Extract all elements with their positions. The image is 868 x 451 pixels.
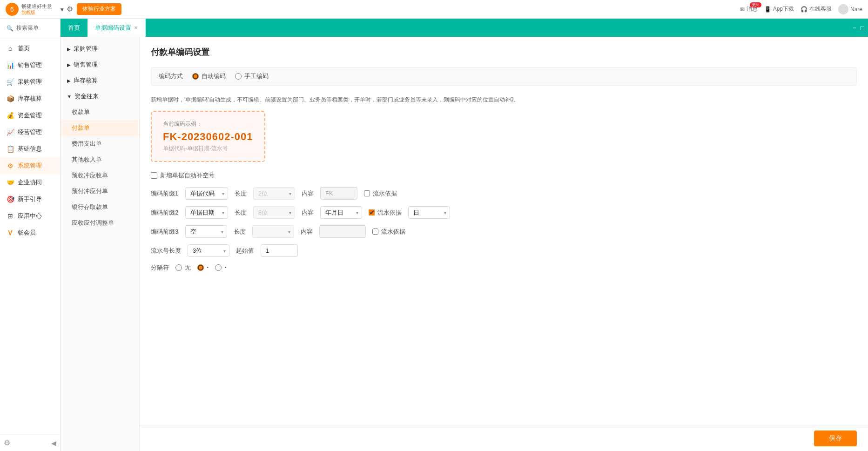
sidebar-item-purchase[interactable]: 🛒 采购管理 [0, 74, 60, 90]
main-layout: 🔍 搜索菜单 ⌂ 首页 📊 销售管理 🛒 采购管理 📦 库存核算 💰 [0, 19, 868, 451]
basic-icon: 📋 [7, 145, 14, 153]
sidebar-bottom: ⚙ ◀ [0, 434, 60, 451]
start-value-label: 起始值 [236, 247, 254, 255]
tab-minimize-icon[interactable]: － [851, 24, 858, 32]
prefix3-serial-check[interactable] [372, 229, 378, 235]
prefix3-serial-checkbox[interactable]: 流水依据 [372, 228, 405, 236]
user-info[interactable]: Nare [838, 4, 862, 14]
operation-icon: 📈 [7, 128, 14, 136]
prefix2-serial-checkbox[interactable]: 流水依据 [369, 209, 402, 217]
tab-close-icon[interactable]: ✕ [134, 25, 138, 30]
auto-encoding-radio[interactable]: 自动编码 [192, 72, 226, 81]
prefix1-length-select[interactable]: 2位 [253, 187, 295, 200]
sidebar-item-guide[interactable]: 🎯 新手引导 [0, 191, 60, 208]
prefix2-length-label: 长度 [235, 209, 247, 217]
sub-menu-title-purchase[interactable]: ▶ 采购管理 [61, 41, 139, 57]
sub-menu-sales: ▶ 销售管理 [61, 57, 139, 73]
sub-menu-item-receipt[interactable]: 收款单 [61, 104, 139, 120]
sidebar-item-home[interactable]: ⌂ 首页 [0, 40, 60, 57]
prefix1-serial-check[interactable] [364, 190, 370, 196]
sidebar-item-finance[interactable]: 💰 资金管理 [0, 107, 60, 124]
serial-length-label: 流水号长度 [151, 247, 181, 255]
sub-sidebar: ▶ 采购管理 ▶ 销售管理 ▶ 库存核算 [61, 37, 140, 451]
prefix3-select[interactable]: 空 [185, 225, 227, 238]
member-icon: V [7, 229, 14, 236]
system-icon: ⚙ [7, 162, 14, 169]
auto-fill-checkbox[interactable] [151, 172, 157, 179]
sub-menu-title-sales[interactable]: ▶ 销售管理 [61, 57, 139, 73]
page-title: 付款单编码设置 [151, 47, 857, 58]
app-download-btn[interactable]: 📱 App下载 [764, 5, 794, 13]
topbar-left: 6 畅捷通好生意 旗舰版 ▾ ⚙ 体验行业方案 [6, 3, 121, 16]
prefix2-serial-check[interactable] [369, 209, 375, 215]
prefix1-content-input[interactable] [320, 187, 357, 200]
sub-menu-item-advance-offset[interactable]: 预付冲应付单 [61, 183, 139, 199]
sidebar-settings-icon[interactable]: ⚙ [4, 438, 10, 447]
search-menu-btn[interactable]: 🔍 搜索菜单 [4, 22, 56, 34]
prefix2-select[interactable]: 单据日期 [185, 206, 228, 219]
bottom-bar: 保存 [140, 425, 868, 451]
prefix3-select-wrapper: 空 [185, 225, 227, 238]
main-content: 付款单编码设置 编码方式 自动编码 手工编码 [140, 37, 868, 425]
message-btn[interactable]: ✉ 消息 99+ [740, 5, 758, 13]
tab-encoding-settings[interactable]: 单据编码设置 ✕ [87, 19, 146, 37]
settings-icon[interactable]: ⚙ [67, 5, 73, 13]
prefix2-length-wrapper: 8位 [253, 206, 295, 219]
prefix2-row: 编码前缀2 单据日期 长度 8位 内容 [151, 206, 857, 219]
logo: 6 畅捷通好生意 旗舰版 [6, 3, 52, 16]
search-icon: 🔍 [7, 25, 13, 32]
sidebar-item-apps[interactable]: ⊞ 应用中心 [0, 208, 60, 224]
sub-menu-title-inventory[interactable]: ▶ 库存核算 [61, 73, 139, 88]
auto-fill-checkbox-row[interactable]: 新增单据自动补空号 [151, 171, 857, 180]
sidebar-collapse-icon[interactable]: ◀ [51, 439, 56, 447]
sidebar-item-basic[interactable]: 📋 基础信息 [0, 141, 60, 157]
separator-dot2-radio[interactable]: · [215, 263, 226, 272]
sidebar-item-inventory[interactable]: 📦 库存核算 [0, 90, 60, 107]
prefix3-row: 编码前缀3 空 长度 内容 [151, 225, 857, 238]
industry-btn[interactable]: 体验行业方案 [77, 3, 121, 15]
notice-text: 新增单据时，'单据编码'自动生成，不可编辑。前缀设置为部门、业务员等档案类，开单… [151, 95, 857, 104]
prefix2-date-select[interactable]: 日 [408, 206, 450, 219]
encoding-radio-group: 编码方式 自动编码 手工编码 [151, 67, 857, 86]
serial-length-select[interactable]: 3位 [188, 244, 229, 257]
sub-menu-item-bank[interactable]: 银行存取款单 [61, 199, 139, 215]
save-button[interactable]: 保存 [814, 431, 857, 446]
nav-dropdown[interactable]: ▾ [61, 6, 64, 13]
sub-menu-fund: ▼ 资金往来 收款单 付款单 费用支出单 其他收入单 预收冲应收单 预付冲应付单… [61, 88, 139, 231]
sub-menu-item-prepay-offset[interactable]: 预收冲应收单 [61, 168, 139, 183]
sub-menu-title-fund[interactable]: ▼ 资金往来 [61, 88, 139, 104]
prefix3-length-select[interactable] [252, 225, 294, 238]
code-preview-desc: 单据代码-单据日期-流水号 [163, 145, 253, 153]
start-value-input[interactable] [261, 244, 298, 257]
serial-row: 流水号长度 3位 起始值 [151, 244, 857, 257]
sub-menu-item-ar-ap-adjust[interactable]: 应收应付调整单 [61, 215, 139, 231]
code-preview-value: FK-20230602-001 [163, 131, 253, 143]
chevron-down-icon: ▼ [67, 94, 72, 99]
app-icon: 📱 [764, 6, 771, 13]
prefix2-length-select[interactable]: 8位 [253, 206, 295, 219]
code-preview-label: 当前编码示例： [163, 120, 253, 128]
code-preview-box: 当前编码示例： FK-20230602-001 单据代码-单据日期-流水号 [151, 111, 265, 162]
sidebar-item-sales[interactable]: 📊 销售管理 [0, 57, 60, 74]
separator-none-radio[interactable]: 无 [175, 263, 191, 272]
prefix3-content-input[interactable] [319, 225, 366, 238]
separator-dot-radio[interactable]: · [197, 263, 209, 272]
tab-maximize-icon[interactable]: □ [861, 24, 864, 32]
manual-encoding-radio[interactable]: 手工编码 [235, 72, 269, 81]
sidebar-item-member[interactable]: V 畅会员 [0, 224, 60, 241]
sub-menu-item-expense[interactable]: 费用支出单 [61, 136, 139, 152]
online-service-btn[interactable]: 🎧 在线客服 [801, 5, 832, 13]
separator-label: 分隔符 [151, 263, 169, 272]
sub-menu-item-other-income[interactable]: 其他收入单 [61, 152, 139, 168]
sidebar-item-system[interactable]: ⚙ 系统管理 [0, 157, 60, 174]
prefix2-label: 编码前缀2 [151, 209, 179, 217]
tab-home[interactable]: 首页 [61, 19, 87, 37]
prefix1-select[interactable]: 单据代码 [185, 187, 228, 200]
sidebar-item-operation[interactable]: 📈 经营管理 [0, 124, 60, 141]
prefix2-content-select[interactable]: 年月日 [320, 206, 362, 219]
sub-menu-inventory: ▶ 库存核算 [61, 73, 139, 88]
sidebar-item-enterprise[interactable]: 🤝 企业协同 [0, 174, 60, 191]
prefix1-serial-checkbox[interactable]: 流水依据 [364, 189, 397, 198]
encoding-method-label: 编码方式 [159, 72, 183, 81]
sub-menu-item-payment[interactable]: 付款单 [61, 120, 139, 136]
